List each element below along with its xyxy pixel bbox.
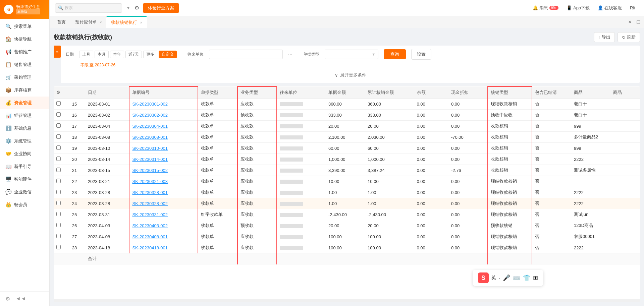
bill-no-link[interactable]: SK-20230403-002 (132, 223, 168, 228)
bill-no-link[interactable]: SK-20230304-001 (132, 124, 168, 129)
refresh-button[interactable]: ↻ 刷新 (618, 32, 640, 42)
app-download-btn[interactable]: 📱 App下载 (563, 4, 593, 12)
bill-no-link[interactable]: SK-20230314-001 (132, 157, 168, 162)
column-settings-icon[interactable]: ⚙ (56, 90, 60, 95)
table-scroll[interactable]: ⚙ 日期 单据编号 单据类型 业务类型 往来单位 单据金额 累计核销金额 余额 … (54, 86, 640, 299)
topbar-search-box[interactable]: 🔍 搜索 (55, 3, 122, 13)
sidebar-item-basic[interactable]: ℹ️基础信息 (0, 122, 49, 135)
bill-no-link[interactable]: SK-20230321-003 (132, 179, 168, 184)
date-this-year[interactable]: 本年 (110, 51, 124, 58)
sidebar-item-sales[interactable]: 📋销售管理 (0, 58, 49, 71)
td-checkbox[interactable] (54, 121, 69, 132)
sidebar-item-enterprise[interactable]: 🤝企业协同 (0, 147, 49, 160)
sidebar-item-system[interactable]: ⚙️系统管理 (0, 135, 49, 147)
td-bill-no[interactable]: SK-20230328-002 (129, 198, 198, 209)
table-row[interactable]: 27 2023-04-08 SK-20230408-001 收款单 应收款 10… (54, 231, 640, 242)
td-bill-no[interactable]: SK-20230418-001 (129, 242, 198, 253)
date-this-month[interactable]: 本月 (95, 51, 109, 58)
td-bill-no[interactable]: SK-20230331-002 (129, 209, 198, 220)
user-profile-btn[interactable]: Rit (627, 4, 639, 12)
td-checkbox[interactable] (54, 110, 69, 121)
td-bill-no[interactable]: SK-20230308-001 (129, 132, 198, 143)
tab-receipt[interactable]: 收款核销执行 × (106, 16, 147, 28)
message-btn[interactable]: 🔔 消息 99+ (529, 4, 562, 12)
sidebar-item-search[interactable]: 🔍搜索菜单 (0, 20, 49, 33)
td-bill-no[interactable]: SK-20230302-002 (129, 110, 198, 121)
filter-settings-button[interactable]: 设置 (411, 49, 431, 60)
td-checkbox[interactable] (54, 242, 69, 253)
topbar-gear-icon[interactable]: ⚙ (135, 5, 139, 11)
table-row[interactable]: 17 2023-03-04 SK-20230304-001 收款单 应收款 20… (54, 121, 640, 132)
sidebar-item-newbie[interactable]: 📖新手引导 (0, 160, 49, 173)
tab-expand-icon[interactable]: □ (635, 18, 641, 26)
bill-no-link[interactable]: SK-20230328-002 (132, 201, 168, 206)
solution-button[interactable]: 体验行业方案 (143, 3, 179, 13)
sidebar-item-inventory[interactable]: 📦库存核算 (0, 84, 49, 97)
bill-no-link[interactable]: SK-20230301-002 (132, 102, 168, 107)
filter-toggle-btn[interactable]: » (54, 46, 61, 58)
table-row[interactable]: 19 2023-03-10 SK-20230310-001 收款单 应收款 60… (54, 143, 640, 154)
td-bill-no[interactable]: SK-20230328-001 (129, 187, 198, 198)
td-bill-no[interactable]: SK-20230314-001 (129, 154, 198, 165)
table-row[interactable]: 23 2023-03-28 SK-20230328-001 收款单 应收款 1.… (54, 187, 640, 198)
td-checkbox[interactable] (54, 132, 69, 143)
bill-no-link[interactable]: SK-20230310-001 (132, 146, 168, 151)
td-bill-no[interactable]: SK-20230321-003 (129, 176, 198, 187)
bill-no-link[interactable]: SK-20230331-002 (132, 212, 168, 217)
query-button[interactable]: 查询 (384, 49, 406, 59)
td-checkbox[interactable] (54, 198, 69, 209)
td-checkbox[interactable] (54, 143, 69, 154)
td-checkbox[interactable] (54, 165, 69, 176)
td-bill-no[interactable]: SK-20230310-001 (129, 143, 198, 154)
bill-no-link[interactable]: SK-20230408-001 (132, 234, 168, 239)
sidebar-item-marketing[interactable]: 📢营销推广 (0, 46, 49, 58)
date-more[interactable]: 更多 (143, 51, 157, 58)
sidebar-item-hardware[interactable]: 🖥️智能硬件 (0, 173, 49, 186)
bill-no-link[interactable]: SK-20230308-001 (132, 135, 168, 140)
filter-expand-btn[interactable]: ∨ 展开更多条件 (66, 71, 635, 79)
sidebar-item-finance[interactable]: 💰资金管理 (0, 97, 49, 109)
td-bill-no[interactable]: SK-20230408-001 (129, 231, 198, 242)
table-row[interactable]: 24 2023-03-28 SK-20230328-002 收款单 应收款 1.… (54, 198, 640, 209)
td-bill-no[interactable]: SK-20230315-002 (129, 165, 198, 176)
business-unit-input[interactable] (209, 50, 283, 59)
keyboard-icon[interactable]: ⌨️ (513, 274, 520, 282)
bill-no-link[interactable]: SK-20230315-002 (132, 168, 168, 173)
td-checkbox[interactable] (54, 99, 69, 110)
tab-prepay-close[interactable]: × (100, 20, 102, 24)
tab-receipt-close[interactable]: × (140, 20, 142, 24)
topbar-chevron[interactable]: ▼ (126, 5, 130, 10)
sidebar-item-purchase[interactable]: 🛒采购管理 (0, 71, 49, 84)
bill-no-link[interactable]: SK-20230302-002 (132, 113, 168, 118)
tab-close-all-icon[interactable]: × (627, 18, 633, 26)
shirt-icon[interactable]: 👕 (523, 274, 530, 282)
td-checkbox[interactable] (54, 209, 69, 220)
table-row[interactable]: 18 2023-03-08 SK-20230308-001 收款单 应收款 2,… (54, 132, 640, 143)
table-row[interactable]: 15 2023-03-01 SK-20230301-002 收款单 应收款 36… (54, 99, 640, 110)
td-bill-no[interactable]: SK-20230304-001 (129, 121, 198, 132)
settings-footer-icon[interactable]: ⚙ (5, 296, 10, 302)
td-bill-no[interactable]: SK-20230301-002 (129, 99, 198, 110)
bill-type-select[interactable]: ▼ (325, 50, 378, 59)
sidebar-item-member[interactable]: 👑畅会员 (0, 198, 49, 211)
bill-no-link[interactable]: SK-20230418-001 (132, 245, 168, 250)
tab-home[interactable]: 首页 (52, 16, 70, 28)
customer-service-btn[interactable]: 👤 在线客服 (594, 4, 625, 12)
mic-icon[interactable]: 🎤 (503, 274, 510, 282)
td-checkbox[interactable] (54, 220, 69, 231)
table-row[interactable]: 25 2023-03-31 SK-20230331-002 红字收款单 应收款 … (54, 209, 640, 220)
table-row[interactable]: 16 2023-03-02 SK-20230302-002 收款单 预收款 33… (54, 110, 640, 121)
table-row[interactable]: 21 2023-03-15 SK-20230315-002 收款单 应收款 3,… (54, 165, 640, 176)
grid-icon[interactable]: ⊞ (533, 274, 538, 282)
td-checkbox[interactable] (54, 176, 69, 187)
td-checkbox[interactable] (54, 154, 69, 165)
export-button[interactable]: ↑ 导出 (594, 32, 615, 42)
tab-prepay[interactable]: 预付应付单 × (70, 16, 106, 28)
td-bill-no[interactable]: SK-20230403-002 (129, 220, 198, 231)
sidebar-item-wechat[interactable]: 💬企业微信 (0, 186, 49, 198)
bill-no-link[interactable]: SK-20230328-001 (132, 190, 168, 195)
table-scrollbar[interactable] (54, 299, 640, 302)
table-row[interactable]: 22 2023-03-21 SK-20230321-003 收款单 应收款 10… (54, 176, 640, 187)
td-checkbox[interactable] (54, 187, 69, 198)
table-row[interactable]: 20 2023-03-14 SK-20230314-001 收款单 应收款 1,… (54, 154, 640, 165)
